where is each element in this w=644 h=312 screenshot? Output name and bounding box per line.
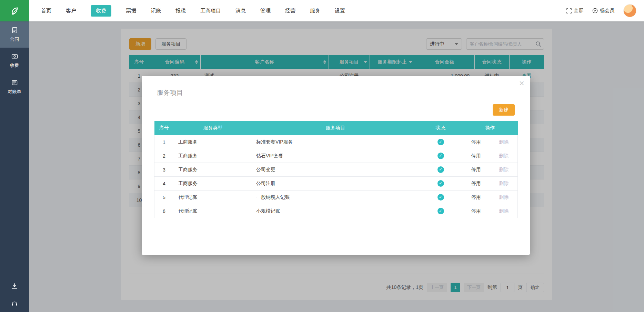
enabled-check-icon[interactable]: ✓ — [437, 194, 444, 201]
left-sidebar: 合同 收费 对账单 — [0, 21, 29, 312]
nav-item-home[interactable]: 首页 — [34, 0, 59, 21]
disable-link[interactable]: 停用 — [462, 149, 490, 163]
top-navigation-bar: 首页 客户 收费 票据 记账 报税 工商项目 消息 管理 经营 服务 设置 全屏… — [0, 0, 644, 21]
fullscreen-button[interactable]: 全屏 — [566, 8, 583, 14]
nav-item-tax[interactable]: 报税 — [168, 0, 193, 21]
nav-item-management[interactable]: 管理 — [253, 0, 278, 21]
sidebar-item-contracts[interactable]: 合同 — [0, 21, 29, 48]
leaf-logo-icon — [8, 4, 21, 17]
contract-icon — [11, 27, 18, 34]
enabled-check-icon[interactable]: ✓ — [437, 139, 444, 145]
modal-title: 服务项目 — [157, 88, 183, 97]
service-row: 1 工商服务 标准套餐VIP服务 ✓ 停用删除 — [154, 135, 518, 149]
nav-item-settings[interactable]: 设置 — [328, 0, 352, 21]
service-row: 4 工商服务 公司注册 ✓ 停用删除 — [154, 177, 518, 191]
nav-item-fees[interactable]: 收费 — [83, 0, 119, 21]
main-nav: 首页 客户 收费 票据 记账 报税 工商项目 消息 管理 经营 服务 设置 — [34, 0, 352, 21]
nav-item-business-projects[interactable]: 工商项目 — [193, 0, 228, 21]
new-service-button[interactable]: 新建 — [493, 104, 515, 116]
nav-item-bookkeeping[interactable]: 记账 — [143, 0, 168, 21]
disable-link[interactable]: 停用 — [462, 191, 490, 204]
statement-icon — [11, 79, 18, 86]
service-items-table: 序号 服务类型 服务项目 状态 操作 1 工商服务 标准套餐VIP服务 ✓ 停用… — [154, 121, 518, 218]
nav-item-invoices[interactable]: 票据 — [119, 0, 143, 21]
member-button[interactable]: 畅会员 — [592, 8, 614, 14]
nav-item-services[interactable]: 服务 — [303, 0, 328, 21]
service-items-modal: × 服务项目 新建 序号 服务类型 服务项目 状态 操作 1 工商服务 标准套餐… — [142, 76, 530, 255]
delete-link[interactable]: 删除 — [490, 135, 518, 149]
service-row: 5 代理记账 一般纳税人记账 ✓ 停用删除 — [154, 191, 518, 204]
enabled-check-icon[interactable]: ✓ — [437, 166, 444, 173]
service-row: 2 工商服务 钻石VIP套餐 ✓ 停用删除 — [154, 149, 518, 163]
close-icon[interactable]: × — [519, 79, 524, 88]
delete-link[interactable]: 删除 — [490, 149, 518, 163]
headset-icon[interactable] — [11, 300, 18, 307]
disable-link[interactable]: 停用 — [462, 177, 490, 190]
download-icon[interactable] — [11, 282, 18, 290]
nav-item-operations[interactable]: 经营 — [278, 0, 303, 21]
enabled-check-icon[interactable]: ✓ — [437, 180, 444, 187]
app-logo[interactable] — [0, 0, 29, 21]
disable-link[interactable]: 停用 — [462, 135, 490, 149]
member-play-icon — [592, 8, 598, 13]
fee-icon — [11, 53, 18, 60]
enabled-check-icon[interactable]: ✓ — [437, 153, 444, 159]
delete-link[interactable]: 删除 — [490, 177, 518, 190]
sidebar-support-area — [0, 300, 29, 307]
nav-item-customers[interactable]: 客户 — [59, 0, 83, 21]
sidebar-item-statements[interactable]: 对账单 — [0, 74, 29, 100]
user-avatar[interactable] — [623, 4, 636, 17]
service-header-row: 序号 服务类型 服务项目 状态 操作 — [154, 121, 518, 135]
sidebar-item-fees[interactable]: 收费 — [0, 48, 29, 74]
nav-item-messages[interactable]: 消息 — [228, 0, 253, 21]
delete-link[interactable]: 删除 — [490, 163, 518, 176]
fullscreen-icon — [566, 8, 572, 13]
disable-link[interactable]: 停用 — [462, 163, 490, 176]
delete-link[interactable]: 删除 — [490, 191, 518, 204]
delete-link[interactable]: 删除 — [490, 204, 518, 218]
sidebar-download-area — [0, 282, 29, 290]
service-row: 3 工商服务 公司变更 ✓ 停用删除 — [154, 163, 518, 177]
enabled-check-icon[interactable]: ✓ — [437, 208, 444, 214]
topbar-right-tools: 全屏 畅会员 — [566, 4, 636, 17]
disable-link[interactable]: 停用 — [462, 204, 490, 218]
service-row: 6 代理记账 小规模记账 ✓ 停用删除 — [154, 204, 518, 218]
